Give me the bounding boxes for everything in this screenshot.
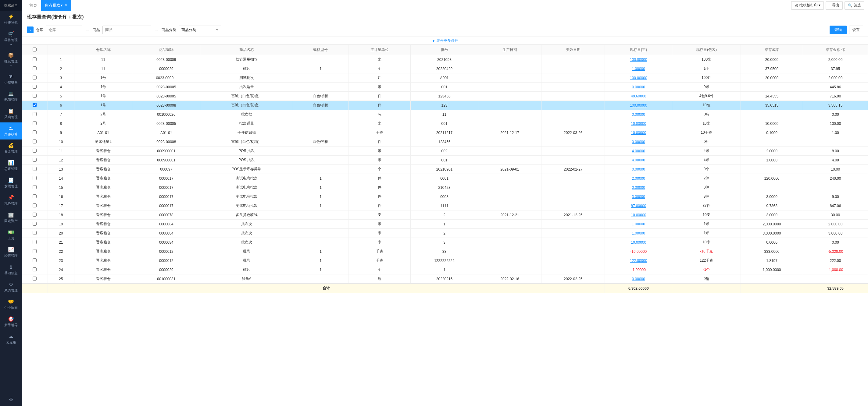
cell-expdate	[541, 137, 605, 146]
cell-qtymain[interactable]: 10.00000	[605, 119, 672, 128]
cell-cost: 3.0000	[741, 192, 803, 201]
sidebar-item-wholesale[interactable]: 📦 批发管理 ▾	[0, 49, 22, 71]
settings-button[interactable]: 设置	[849, 26, 863, 34]
export-button[interactable]: ↑ 导出	[826, 1, 843, 10]
cell-checkbox[interactable]	[22, 82, 48, 92]
sidebar-settings-button[interactable]: ⚙	[0, 393, 22, 406]
print-template-button[interactable]: 🖨 按模板打印 ▾	[791, 1, 824, 10]
cell-checkbox[interactable]	[22, 110, 48, 119]
sidebar-item-ledger[interactable]: 📊 总账管理	[0, 157, 22, 174]
cell-qtymain[interactable]: 49.60000	[605, 92, 672, 101]
select-all-checkbox[interactable]	[33, 47, 37, 52]
cell-checkbox[interactable]	[22, 174, 48, 183]
cell-checkbox[interactable]	[22, 101, 48, 110]
cell-checkbox[interactable]	[22, 238, 48, 247]
category-filter-select[interactable]: 商品分类	[179, 26, 221, 34]
cell-qtymain[interactable]: 4.00000	[605, 146, 672, 156]
sidebar-item-cloud[interactable]: ☁ 云应用	[0, 331, 22, 348]
cell-qtymain[interactable]: 0.00000	[605, 183, 672, 192]
filter-dots-2: ···	[155, 28, 158, 32]
expand-conditions-button[interactable]: ▼ 展开更多条件	[432, 38, 458, 43]
cell-qtymain[interactable]: -1.00000	[605, 265, 672, 274]
cell-checkbox[interactable]	[22, 119, 48, 128]
cell-checkbox[interactable]	[22, 64, 48, 73]
cell-qtymain[interactable]: 0.00000	[605, 274, 672, 284]
cell-qtymain[interactable]: 0.00000	[605, 165, 672, 174]
cell-qtymain[interactable]: 4.00000	[605, 156, 672, 165]
sidebar-item-invoice[interactable]: 🧾 发票管理	[0, 174, 22, 192]
filter-button[interactable]: 🔍 筛选	[844, 1, 864, 10]
cell-qtymain[interactable]: 1.00000	[605, 64, 672, 73]
cell-checkbox[interactable]	[22, 192, 48, 201]
cell-expdate	[541, 219, 605, 229]
table-wrapper[interactable]: 仓库名称 商品编码 商品名称 规格型号 主计量单位 批号 生产日期 失效日期 现…	[22, 45, 868, 406]
sidebar-item-management[interactable]: 📈 经营管理	[0, 244, 22, 261]
sidebar-item-collab[interactable]: 🤝 企业协同	[0, 296, 22, 313]
sidebar-item-tax[interactable]: 📌 税务管理	[0, 192, 22, 209]
cell-unit: 米	[348, 146, 411, 156]
cell-checkbox[interactable]	[22, 183, 48, 192]
cell-checkbox[interactable]	[22, 274, 48, 284]
cell-cost: 20.0000	[741, 55, 803, 64]
cell-checkbox[interactable]	[22, 247, 48, 256]
sidebar-item-inventory[interactable]: 🗃 库存核算	[0, 123, 22, 139]
tab-close-icon[interactable]: ✕	[65, 3, 67, 7]
cell-qtymain[interactable]: 3.00000	[605, 192, 672, 201]
cell-checkbox[interactable]	[22, 92, 48, 101]
sidebar-item-retail[interactable]: 🛒 零售管理 ▾	[0, 28, 22, 49]
sidebar-item-purchase[interactable]: 📋 采购管理	[0, 105, 22, 123]
warehouse-filter-input[interactable]	[46, 26, 82, 34]
cell-qtymain[interactable]: 1.00000	[605, 229, 672, 238]
cell-checkbox[interactable]	[22, 137, 48, 146]
product-filter-input[interactable]	[102, 26, 151, 34]
filter-arrow-button[interactable]: ›	[27, 27, 34, 33]
sidebar-item-finance[interactable]: 💰 资金管理	[0, 139, 22, 157]
sidebar-item-ecommerce[interactable]: 💻 电商管理	[0, 88, 22, 105]
cell-checkbox[interactable]	[22, 146, 48, 156]
cell-qtymain[interactable]: 10.00000	[605, 238, 672, 247]
cell-qtymain[interactable]: 100.00000	[605, 55, 672, 64]
cell-checkbox[interactable]	[22, 210, 48, 219]
search-button[interactable]: 查询	[830, 26, 847, 34]
cell-qtymain[interactable]: 1.00000	[605, 219, 672, 229]
cell-qtymain[interactable]: 10.00000	[605, 128, 672, 137]
cell-unit: 个	[348, 64, 411, 73]
cell-checkbox[interactable]	[22, 165, 48, 174]
cell-qtymain[interactable]: 0.00000	[605, 137, 672, 146]
tab-inventory-batch[interactable]: 库存批次▾ ✕	[41, 0, 71, 11]
cell-qtymain[interactable]: -16.00000	[605, 247, 672, 256]
cell-qtymain[interactable]: 0.00000	[605, 110, 672, 119]
cell-checkbox[interactable]	[22, 265, 48, 274]
cell-checkbox[interactable]	[22, 229, 48, 238]
cell-batch: 001	[411, 82, 478, 92]
sidebar-search[interactable]: 搜索菜单	[0, 0, 22, 11]
cell-checkbox[interactable]	[22, 156, 48, 165]
cell-unit: 个	[348, 265, 411, 274]
sidebar-item-sysadmin[interactable]: ⚙ 系统管理	[0, 278, 22, 296]
cell-qtymain[interactable]: 2.00000	[605, 174, 672, 183]
sidebar-item-quicknav[interactable]: ⚡ 快捷导航	[0, 11, 22, 28]
sidebar-item-xiaoe[interactable]: 🛍 小鹅电商	[0, 71, 22, 88]
cell-qtypkg: 10支	[672, 210, 741, 219]
sidebar-item-basicinfo[interactable]: ℹ 基础信息	[0, 261, 22, 278]
cell-checkbox[interactable]	[22, 73, 48, 82]
cell-qtymain[interactable]: 10.00000	[605, 210, 672, 219]
cell-no: 17	[48, 201, 74, 210]
tab-home[interactable]: 首页	[26, 0, 41, 11]
sidebar-item-guide[interactable]: 🎯 新手引导	[0, 313, 22, 331]
cell-checkbox[interactable]	[22, 201, 48, 210]
cell-unit: 千克	[348, 128, 411, 137]
cell-qtymain[interactable]: 122.00000	[605, 256, 672, 265]
cell-expdate	[541, 110, 605, 119]
cell-checkbox[interactable]	[22, 256, 48, 265]
cell-qtymain[interactable]: 0.00000	[605, 82, 672, 92]
sidebar-item-payroll[interactable]: 💵 工资	[0, 226, 22, 244]
cell-qtymain[interactable]: 87.00000	[605, 201, 672, 210]
cell-checkbox[interactable]	[22, 219, 48, 229]
cell-qtymain[interactable]: 100.00000	[605, 73, 672, 82]
cell-checkbox[interactable]	[22, 128, 48, 137]
cell-checkbox[interactable]	[22, 55, 48, 64]
sidebar-item-assets[interactable]: 🏢 固定资产	[0, 209, 22, 226]
cell-qtymain[interactable]: 100.00000	[605, 101, 672, 110]
col-checkbox[interactable]	[22, 45, 48, 55]
